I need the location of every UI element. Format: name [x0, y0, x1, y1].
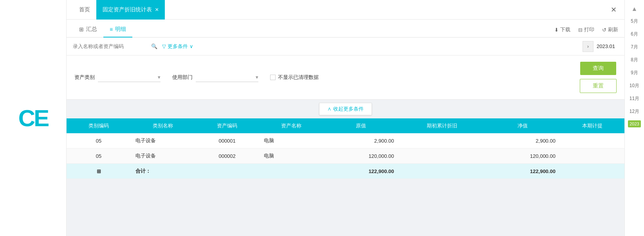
asset-category-label: 资产类别	[74, 74, 95, 81]
col-original-value: 原值	[323, 118, 399, 133]
total-icon: ⊞	[67, 164, 131, 179]
col-asset-name: 资产名称	[259, 118, 323, 133]
refresh-label: 刷新	[608, 26, 618, 33]
row1-accumulated	[399, 133, 485, 148]
row2-category-name: 电子设备	[131, 148, 195, 164]
data-table: 类别编码 类别名称 资产编码 资产名称 原值 期初累计折旧 净值 本期计提 05…	[67, 118, 624, 179]
department-filter: 使用部门 ▾	[172, 73, 258, 82]
print-button[interactable]: ⊟ 打印	[578, 26, 594, 33]
col-category-name: 类别名称	[131, 118, 195, 133]
total-label: 合计：	[131, 164, 323, 179]
col-net-value: 净值	[485, 118, 560, 133]
total-accumulated	[399, 164, 485, 179]
tab-close-button[interactable]: ×	[155, 6, 159, 13]
year-badge[interactable]: 2023	[628, 120, 640, 127]
total-current	[560, 164, 624, 179]
date-label: 2023.01	[593, 43, 618, 49]
row1-category-code: 05	[67, 133, 131, 148]
col-asset-code: 资产编码	[195, 118, 259, 133]
month-10[interactable]: 10月	[625, 80, 644, 91]
row2-accumulated	[399, 148, 485, 164]
row1-asset-code: 000001	[195, 133, 259, 148]
row2-original-value: 120,000.00	[323, 148, 399, 164]
print-icon: ⊟	[578, 27, 583, 33]
reset-button[interactable]: 重置	[580, 79, 617, 93]
table-row: 05 电子设备 000001 电脑 2,900.00 2,900.00	[67, 133, 624, 148]
row2-asset-code: 000002	[195, 148, 259, 164]
table-container: 类别编码 类别名称 资产编码 资产名称 原值 期初累计折旧 净值 本期计提 05…	[67, 118, 624, 236]
department-label: 使用部门	[172, 74, 193, 81]
collapse-row: ∧ 收起更多条件	[67, 100, 624, 118]
logo-text: CE	[18, 105, 48, 132]
row1-original-value: 2,900.00	[323, 133, 399, 148]
col-accumulated-depreciation: 期初累计折旧	[399, 118, 485, 133]
table-row: 05 电子设备 000002 电脑 120,000.00 120,000.00	[67, 148, 624, 164]
tab-detail[interactable]: ≡ 明细	[103, 22, 132, 38]
total-net-value: 122,900.00	[485, 164, 560, 179]
filter-label: 更多条件	[168, 43, 188, 50]
month-8[interactable]: 8月	[625, 54, 644, 66]
total-row: ⊞ 合计： 122,900.00 122,900.00	[67, 164, 624, 179]
asset-category-arrow: ▾	[158, 74, 161, 80]
department-select[interactable]: ▾	[196, 73, 258, 82]
right-panel: ▲ 5月 6月 7月 8月 9月 10月 11月 12月 2023	[624, 0, 644, 236]
table-header-row: 类别编码 类别名称 资产编码 资产名称 原值 期初累计折旧 净值 本期计提	[67, 118, 624, 133]
filter-row: 资产类别 ▾ 使用部门 ▾ 不显示已清理数据 查询 重置	[74, 62, 617, 93]
detail-icon: ≡	[110, 26, 113, 32]
download-button[interactable]: ⬇ 下载	[554, 26, 570, 33]
tab-detail-label: 明细	[115, 26, 126, 33]
row2-asset-name: 电脑	[259, 148, 323, 164]
filter-arrow-icon: ∨	[189, 43, 193, 49]
month-12[interactable]: 12月	[625, 106, 644, 117]
print-label: 打印	[584, 26, 594, 33]
month-9[interactable]: 9月	[625, 67, 644, 79]
checkbox-box	[270, 75, 276, 80]
filter-button[interactable]: ▽ 更多条件 ∨	[162, 43, 193, 50]
main-content: 首页 固定资产折旧统计表 × ✕ ⊞ 汇总 ≡ 明细 ⬇ 下载 ⊟ 打印	[67, 0, 624, 236]
row2-current	[560, 148, 624, 164]
collapse-button[interactable]: ∧ 收起更多条件	[319, 103, 372, 115]
asset-category-select[interactable]: ▾	[98, 73, 161, 82]
download-label: 下载	[560, 26, 570, 33]
row2-category-code: 05	[67, 148, 131, 164]
col-category-code: 类别编码	[67, 118, 131, 133]
active-tab-label: 固定资产折旧统计表	[103, 6, 152, 13]
filter-area: 资产类别 ▾ 使用部门 ▾ 不显示已清理数据 查询 重置	[67, 55, 624, 100]
search-bar: 🔍 ▽ 更多条件 ∨ › 2023.01	[67, 38, 624, 55]
month-11[interactable]: 11月	[625, 93, 644, 104]
row1-category-name: 电子设备	[131, 133, 195, 148]
tab-bar: ⊞ 汇总 ≡ 明细 ⬇ 下载 ⊟ 打印 ↺ 刷新	[67, 20, 624, 38]
month-6[interactable]: 6月	[625, 29, 644, 40]
row1-asset-name: 电脑	[259, 133, 323, 148]
hide-cleared-checkbox[interactable]: 不显示已清理数据	[270, 74, 319, 81]
action-buttons: 查询 重置	[580, 62, 617, 93]
search-icon: 🔍	[151, 43, 157, 49]
query-button[interactable]: 查询	[580, 62, 616, 75]
refresh-icon: ↺	[602, 27, 606, 33]
checkbox-label: 不显示已清理数据	[278, 74, 319, 81]
logo-area: CE	[0, 0, 67, 236]
row2-net-value: 120,000.00	[485, 148, 560, 164]
col-current-depreciation: 本期计提	[560, 118, 624, 133]
row1-net-value: 2,900.00	[485, 133, 560, 148]
home-nav-item[interactable]: 首页	[73, 6, 96, 13]
asset-category-filter: 资产类别 ▾	[74, 73, 161, 82]
total-original-value: 122,900.00	[323, 164, 399, 179]
top-nav: 首页 固定资产折旧统计表 × ✕	[67, 0, 624, 20]
tab-actions: ⬇ 下载 ⊟ 打印 ↺ 刷新	[554, 26, 618, 37]
month-5[interactable]: 5月	[625, 16, 644, 27]
download-icon: ⬇	[554, 27, 559, 33]
scroll-up-button[interactable]: ▲	[630, 4, 639, 14]
active-tab: 固定资产折旧统计表 ×	[96, 0, 165, 20]
month-7[interactable]: 7月	[625, 41, 644, 53]
tab-summary[interactable]: ⊞ 汇总	[73, 22, 103, 38]
refresh-button[interactable]: ↺ 刷新	[602, 26, 618, 33]
filter-icon: ▽	[162, 43, 166, 49]
department-arrow: ▾	[256, 74, 258, 80]
row1-current	[560, 133, 624, 148]
search-input[interactable]	[73, 43, 151, 49]
tab-summary-label: 汇总	[86, 26, 97, 33]
summary-icon: ⊞	[79, 26, 84, 32]
search-expand-button[interactable]: ›	[583, 41, 593, 52]
window-close-button[interactable]: ✕	[603, 5, 624, 14]
